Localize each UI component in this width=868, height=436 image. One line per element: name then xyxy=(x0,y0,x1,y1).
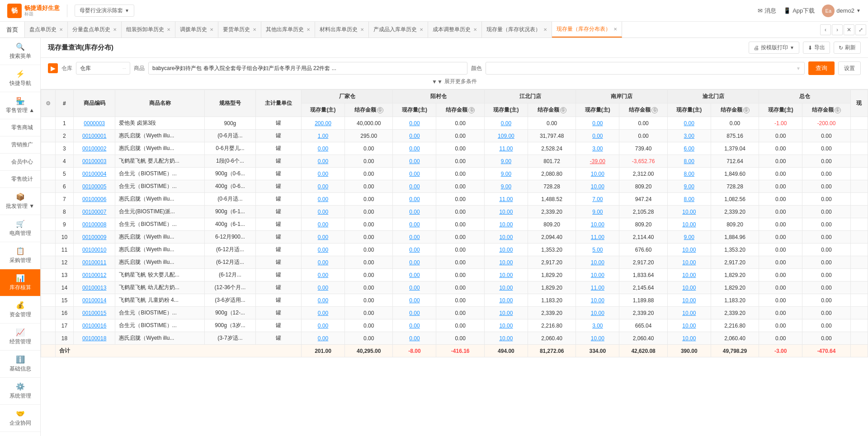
app-download-btn[interactable]: 📱 App下载 xyxy=(783,7,815,15)
jb-qty-link[interactable]: 10.00 xyxy=(499,335,513,342)
yb-qty-link[interactable]: 10.00 xyxy=(682,247,696,253)
m-qty-link[interactable]: 0.00 xyxy=(409,285,420,291)
na-qty-link[interactable]: 10.00 xyxy=(591,171,604,177)
na-qty-link[interactable]: 10.00 xyxy=(591,297,604,304)
sidebar-item-basic[interactable]: ℹ️ 基础信息 xyxy=(0,351,40,378)
m-qty-link[interactable]: 0.00 xyxy=(409,297,420,304)
m-qty-link[interactable]: 0.00 xyxy=(409,196,420,202)
code-link[interactable]: 00100008 xyxy=(82,221,106,228)
sidebar-item-nav[interactable]: ⚡ 快捷导航 xyxy=(0,65,40,92)
tab-maximize-btn[interactable]: ⤢ xyxy=(855,24,866,35)
f-qty-link[interactable]: 0.00 xyxy=(318,335,328,342)
color-input[interactable]: ▼ xyxy=(486,62,805,75)
tab-2[interactable]: 组装拆卸单历史 ✕ xyxy=(122,22,175,38)
sidebar-item-enterprise[interactable]: 🤝 企业协同 xyxy=(0,405,40,432)
na-qty-link[interactable]: 9.00 xyxy=(592,209,603,215)
code-link[interactable]: 00100012 xyxy=(82,272,106,278)
code-link[interactable]: 00100004 xyxy=(82,171,106,177)
tab-5[interactable]: 其他出库单历史 ✕ xyxy=(261,22,315,38)
message-btn[interactable]: ✉ 消息 xyxy=(758,7,776,15)
code-link[interactable]: 00100013 xyxy=(82,285,106,291)
tab-close-icon[interactable]: ✕ xyxy=(253,27,256,32)
info-icon4[interactable]: ① xyxy=(651,107,658,113)
jb-qty-link[interactable]: 10.00 xyxy=(499,221,513,228)
tab-close-icon[interactable]: ✕ xyxy=(210,27,213,32)
jb-qty-link[interactable]: 10.00 xyxy=(499,234,513,240)
yb-qty-link[interactable]: 10.00 xyxy=(682,221,696,228)
tab-4[interactable]: 要货单历史 ✕ xyxy=(218,22,261,38)
settings-icon[interactable]: ⚙ xyxy=(46,100,51,107)
tab-close-all-btn[interactable]: ✕ xyxy=(844,24,854,35)
jb-qty-link[interactable]: 10.00 xyxy=(499,272,513,278)
yb-qty-link[interactable]: 10.00 xyxy=(682,259,696,266)
na-qty-link[interactable]: 3.00 xyxy=(592,323,603,329)
tab-9[interactable]: 现存量（库存状况表） ✕ xyxy=(482,22,552,38)
sidebar-item-inventory[interactable]: 📊 库存核算 xyxy=(0,269,40,296)
m-qty-link[interactable]: 0.00 xyxy=(409,259,420,266)
na-qty-link[interactable]: 10.00 xyxy=(591,183,604,190)
f-qty-link[interactable]: 0.00 xyxy=(318,196,328,202)
warehouse-input[interactable]: 仓库 ··· xyxy=(76,62,130,75)
yb-qty-link[interactable]: 6.00 xyxy=(684,145,694,152)
tab-close-icon[interactable]: ✕ xyxy=(360,27,364,32)
jb-qty-link[interactable]: 0.00 xyxy=(501,120,511,127)
m-qty-link[interactable]: 0.00 xyxy=(409,310,420,316)
yb-qty-link[interactable]: 10.00 xyxy=(682,323,696,329)
code-link[interactable]: 00100002 xyxy=(82,145,106,152)
search-btn[interactable]: 查询 xyxy=(808,61,835,75)
yb-qty-link[interactable]: 10.00 xyxy=(682,209,696,215)
m-qty-link[interactable]: 0.00 xyxy=(409,158,420,164)
code-link[interactable]: 00100007 xyxy=(82,209,106,215)
yb-qty-link[interactable]: 10.00 xyxy=(682,335,696,342)
sidebar-item-retail-stats[interactable]: 零售统计 xyxy=(0,171,40,188)
na-qty-link[interactable]: 0.00 xyxy=(592,133,603,139)
m-qty-link[interactable]: 0.00 xyxy=(409,145,420,152)
code-link[interactable]: 00100010 xyxy=(82,247,106,253)
refresh-btn[interactable]: ↻ 刷新 xyxy=(834,42,861,54)
jb-qty-link[interactable]: 10.00 xyxy=(499,323,513,329)
tab-close-icon[interactable]: ✕ xyxy=(473,27,477,32)
f-qty-link[interactable]: 0.00 xyxy=(318,247,328,253)
sidebar-item-member[interactable]: 会员中心 xyxy=(0,154,40,171)
m-qty-link[interactable]: 0.00 xyxy=(409,234,420,240)
m-qty-link[interactable]: 0.00 xyxy=(409,323,420,329)
sidebar-item-purchase[interactable]: 📋 采购管理 xyxy=(0,242,40,269)
code-link[interactable]: 0000003 xyxy=(84,120,105,127)
f-qty-link[interactable]: 0.00 xyxy=(318,323,328,329)
tab-8[interactable]: 成本调整单历史 ✕ xyxy=(428,22,482,38)
m-qty-link[interactable]: 0.00 xyxy=(409,335,420,342)
na-qty-link[interactable]: 5.00 xyxy=(592,247,603,253)
tab-close-icon[interactable]: ✕ xyxy=(59,27,63,32)
f-qty-link[interactable]: 0.00 xyxy=(318,259,328,266)
jb-qty-link[interactable]: 10.00 xyxy=(499,297,513,304)
f-qty-link[interactable]: 0.00 xyxy=(318,158,328,164)
jb-qty-link[interactable]: 11.00 xyxy=(499,145,513,152)
product-input[interactable]: babycare孕妇待产包 春季入院全套母子组合孕妇产后冬季月子用品 22件套 … xyxy=(148,62,467,75)
tab-0[interactable]: 盘点单历史 ✕ xyxy=(25,22,68,38)
yb-qty-link[interactable]: 0.00 xyxy=(684,120,694,127)
code-link[interactable]: 00100005 xyxy=(82,183,106,190)
na-qty-link[interactable]: 10.00 xyxy=(591,272,604,278)
code-link[interactable]: 00100009 xyxy=(82,234,106,240)
yb-qty-link[interactable]: 9.00 xyxy=(684,234,694,240)
user-area[interactable]: Ea demo2 ▼ xyxy=(822,5,861,17)
code-link[interactable]: 00100015 xyxy=(82,310,106,316)
f-qty-link[interactable]: 0.00 xyxy=(318,145,328,152)
jb-qty-link[interactable]: 10.00 xyxy=(499,310,513,316)
expand-conditions-btn[interactable]: ▼▼ 展开更多条件 xyxy=(432,78,477,85)
tab-close-icon[interactable]: ✕ xyxy=(543,27,547,32)
sidebar-item-marketing[interactable]: 营销推广 xyxy=(0,136,40,154)
m-qty-link[interactable]: 0.00 xyxy=(409,221,420,228)
jb-qty-link[interactable]: 11.00 xyxy=(499,196,513,202)
f-qty-link[interactable]: 1.00 xyxy=(318,133,328,139)
tab-7[interactable]: 产成品入库单历史 ✕ xyxy=(369,22,428,38)
info-icon5[interactable]: ① xyxy=(743,107,750,113)
tab-6[interactable]: 材料出库单历史 ✕ xyxy=(315,22,369,38)
na-qty-link[interactable]: 10.00 xyxy=(591,259,604,266)
export-btn[interactable]: ⬇ 导出 xyxy=(803,42,830,54)
na-qty-link[interactable]: 11.00 xyxy=(591,285,604,291)
tab-close-icon[interactable]: ✕ xyxy=(113,27,117,32)
tab-3[interactable]: 调拨单历史 ✕ xyxy=(175,22,218,38)
na-qty-link[interactable]: -39.00 xyxy=(590,158,605,164)
code-link[interactable]: 00100011 xyxy=(82,259,106,266)
